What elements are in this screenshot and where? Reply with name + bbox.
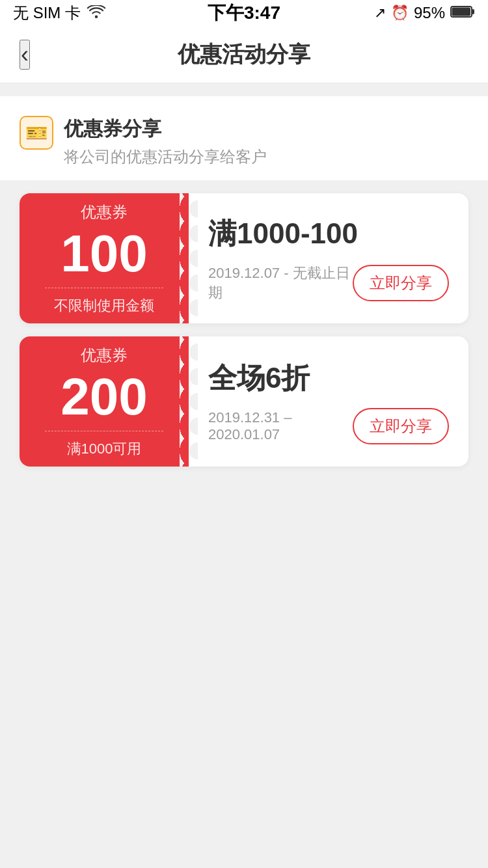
coupon-amount-2: 200 bbox=[61, 371, 147, 423]
coupon-label-2: 优惠券 bbox=[81, 345, 128, 366]
coupon-right-2: 全场6折 2019.12.31 – 2020.01.07 立即分享 bbox=[189, 336, 468, 467]
battery-icon bbox=[450, 4, 475, 22]
status-right: ↗ ⏰ 95% bbox=[374, 4, 475, 22]
nav-title: 优惠活动分享 bbox=[178, 40, 310, 70]
location-icon: ↗ bbox=[374, 5, 386, 21]
coupon-meta-1: 2019.12.07 - 无截止日期 立即分享 bbox=[208, 264, 449, 303]
coupon-left-2: 优惠券 200 满1000可用 bbox=[20, 336, 189, 467]
coupon-condition-2: 满1000可用 bbox=[67, 439, 142, 459]
coupon-card-2: 优惠券 200 满1000可用 全场6折 2019.12.31 – 2020.0… bbox=[20, 336, 468, 467]
alarm-icon: ⏰ bbox=[391, 5, 409, 21]
nav-bar: ‹ 优惠活动分享 bbox=[0, 26, 488, 83]
coupon-right-1: 满1000-100 2019.12.07 - 无截止日期 立即分享 bbox=[189, 193, 468, 323]
section-text: 优惠券分享 将公司的优惠活动分享给客户 bbox=[64, 116, 267, 167]
coupon-meta-2: 2019.12.31 – 2020.01.07 立即分享 bbox=[208, 408, 449, 444]
coupon-label-1: 优惠券 bbox=[81, 202, 128, 223]
coupon-left-1: 优惠券 100 不限制使用金额 bbox=[20, 193, 189, 323]
section-header: 🎫 优惠券分享 将公司的优惠活动分享给客户 bbox=[0, 96, 488, 180]
svg-rect-1 bbox=[472, 9, 474, 14]
share-button-2[interactable]: 立即分享 bbox=[353, 408, 449, 444]
coupon-amount-1: 100 bbox=[61, 228, 147, 280]
wifi-icon bbox=[87, 4, 105, 22]
status-time: 下午3:47 bbox=[208, 1, 280, 25]
coupon-list: 优惠券 100 不限制使用金额 满1000-100 2019.12.07 - 无… bbox=[0, 180, 488, 480]
section-title: 优惠券分享 bbox=[64, 116, 267, 142]
coupon-divider-2 bbox=[45, 431, 163, 431]
coupon-date-1: 2019.12.07 - 无截止日期 bbox=[208, 264, 353, 303]
page-background bbox=[0, 480, 488, 868]
back-button[interactable]: ‹ bbox=[20, 40, 30, 70]
svg-rect-2 bbox=[452, 8, 471, 16]
coupon-divider-1 bbox=[45, 288, 163, 288]
coupon-date-2: 2019.12.31 – 2020.01.07 bbox=[208, 409, 353, 443]
coupon-card-1: 优惠券 100 不限制使用金额 满1000-100 2019.12.07 - 无… bbox=[20, 193, 468, 323]
carrier-text: 无 SIM 卡 bbox=[13, 3, 81, 23]
coupon-name-2: 全场6折 bbox=[208, 359, 449, 398]
coupon-icon: 🎫 bbox=[20, 116, 53, 150]
battery-text: 95% bbox=[414, 4, 445, 22]
coupon-name-1: 满1000-100 bbox=[208, 215, 449, 253]
status-left: 无 SIM 卡 bbox=[13, 3, 105, 23]
coupon-condition-1: 不限制使用金额 bbox=[54, 296, 154, 316]
section-subtitle: 将公司的优惠活动分享给客户 bbox=[64, 146, 267, 167]
share-button-1[interactable]: 立即分享 bbox=[353, 265, 449, 301]
status-bar: 无 SIM 卡 下午3:47 ↗ ⏰ 95% bbox=[0, 0, 488, 26]
